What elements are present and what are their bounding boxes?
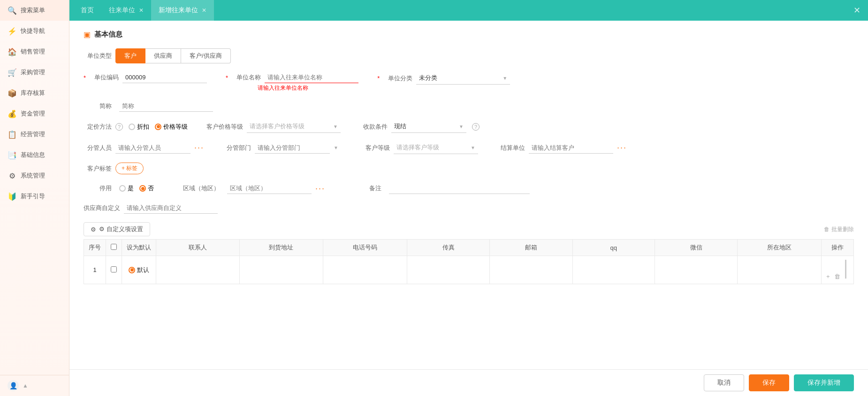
select-all-checkbox[interactable] (111, 244, 117, 250)
remark-input[interactable] (389, 183, 530, 194)
phone-input[interactable] (328, 266, 402, 273)
disabled-yes-radio (119, 185, 126, 192)
unit-name-input[interactable] (265, 72, 358, 83)
cell-region[interactable] (738, 256, 822, 284)
shortname-row: 简称 (84, 101, 854, 112)
unit-type-both[interactable]: 客户/供应商 (181, 48, 231, 63)
basic-icon: 📑 (8, 150, 17, 160)
cust-level-select[interactable]: 请选择客户等级 ▼ (394, 141, 478, 154)
region-table-input[interactable] (742, 266, 816, 273)
tab-partners-close[interactable]: ✕ (139, 7, 144, 14)
add-row-btn[interactable]: + (826, 273, 830, 280)
sidebar-item-label: 库存核算 (21, 89, 45, 97)
sidebar-item-inventory[interactable]: 📦 库存核算 (0, 83, 69, 103)
contacts-table: 序号 设为默认 联系人 到货地址 电话号码 传真 邮箱 qq 微信 所在地区 操… (84, 239, 854, 284)
disabled-yes-label: 是 (128, 184, 134, 193)
sidebar-item-label: 新手引导 (21, 192, 45, 201)
sidebar-item-basic[interactable]: 📑 基础信息 (0, 145, 69, 165)
save-button[interactable]: 保存 (749, 374, 789, 391)
region-input[interactable] (227, 183, 312, 194)
payment-help-icon[interactable]: ? (472, 123, 480, 131)
disabled-radio-group: 是 否 (119, 184, 154, 193)
sidebar-item-quicknav[interactable]: ⚡ 快捷导航 (0, 21, 69, 41)
cell-default: 默认 (122, 256, 156, 284)
sidebar-item-ops[interactable]: 📋 经营管理 (0, 124, 69, 145)
unit-category-select[interactable]: 未分类 ▼ (416, 72, 510, 85)
tab-new-partner-close[interactable]: ✕ (202, 7, 206, 14)
save-and-new-button[interactable]: 保存并新增 (794, 374, 854, 391)
sidebar-item-label: 资金管理 (21, 109, 45, 118)
ops-icon: 📋 (8, 130, 17, 139)
tab-partners[interactable]: 往来单位 ✕ (101, 0, 151, 21)
col-checkbox (106, 240, 122, 256)
address-input[interactable] (244, 266, 319, 273)
tab-home-label: 首页 (81, 6, 94, 15)
unit-category-value: 未分类 (419, 74, 501, 82)
disabled-no[interactable]: 否 (139, 184, 154, 193)
dept-arrow: ▼ (334, 145, 338, 150)
pricing-radio-group: 折扣 价格等级 (129, 123, 188, 131)
cell-phone[interactable] (323, 256, 407, 284)
cell-email[interactable] (490, 256, 572, 284)
sidebar-item-purchase[interactable]: 🛒 采购管理 (0, 62, 69, 83)
tags-label: 客户标签 (84, 164, 112, 173)
row-checkbox[interactable] (111, 266, 117, 272)
main-area: 首页 往来单位 ✕ 新增往来单位 ✕ ✕ ▣ 基本信息 单位类型 客户 供应商 … (69, 0, 868, 396)
tab-home[interactable]: 首页 (73, 0, 101, 21)
cell-fax[interactable] (407, 256, 489, 284)
cell-checkbox (106, 256, 122, 284)
custom-settings-button[interactable]: ⚙ ⚙ 自定义项设置 (84, 222, 150, 236)
cell-weixin[interactable] (655, 256, 738, 284)
unit-code-input[interactable] (122, 72, 207, 83)
weixin-input[interactable] (660, 266, 732, 273)
user-avatar: 👤 (8, 380, 19, 391)
unit-type-customer[interactable]: 客户 (115, 48, 145, 63)
settlement-label: 结算单位 (497, 144, 525, 152)
sidebar-item-newguide[interactable]: 🔰 新手引导 (0, 186, 69, 207)
manager-more[interactable]: ··· (194, 143, 204, 153)
batch-delete-button[interactable]: 🗑 批量删除 (824, 225, 854, 233)
unit-category-arrow: ▼ (503, 76, 507, 81)
drag-handle[interactable] (845, 260, 849, 279)
short-name-input[interactable] (119, 101, 213, 112)
contact-input[interactable] (161, 266, 235, 273)
cell-address[interactable] (239, 256, 323, 284)
sidebar-item-sales[interactable]: 🏠 销售管理 (0, 41, 69, 62)
pricing-price-level[interactable]: 价格等级 (155, 123, 188, 131)
close-all-button[interactable]: ✕ (850, 5, 864, 16)
supplier-custom-input[interactable] (124, 202, 218, 214)
delete-row-btn[interactable]: 🗑 (834, 273, 840, 280)
sidebar-item-finance[interactable]: 💰 资金管理 (0, 103, 69, 124)
sidebar-item-label: 采购管理 (21, 68, 45, 77)
cust-price-select[interactable]: 请选择客户价格等级 ▼ (247, 120, 341, 133)
pricing-row: 定价方法 ? 折扣 价格等级 客户价格等级 请选择客户价格等级 (84, 120, 854, 133)
sidebar-item-system[interactable]: ⚙ 系统管理 (0, 165, 69, 186)
cancel-button[interactable]: 取消 (704, 374, 744, 391)
settlement-more[interactable]: ··· (617, 143, 627, 153)
cell-contact[interactable] (156, 256, 240, 284)
payment-select[interactable]: 现结 ▼ (391, 120, 466, 133)
tags-row: 客户标签 + 标签 (84, 163, 854, 174)
tab-new-partner[interactable]: 新增往来单位 ✕ (151, 0, 214, 21)
fax-input[interactable] (412, 266, 485, 273)
supplier-custom-label: 供应商自定义 (84, 204, 120, 212)
manager-input[interactable] (115, 142, 190, 154)
cust-level-label: 客户等级 (362, 144, 390, 152)
unit-type-supplier[interactable]: 供应商 (145, 48, 181, 63)
cell-qq[interactable] (572, 256, 655, 284)
col-weixin: 微信 (655, 240, 738, 256)
qq-input[interactable] (578, 266, 650, 273)
section-header: ▣ 基本信息 (84, 30, 854, 39)
pricing-help-icon[interactable]: ? (115, 123, 123, 131)
email-input[interactable] (495, 266, 567, 273)
sidebar-item-search[interactable]: 🔍 搜索菜单 (0, 0, 69, 21)
add-tag-button[interactable]: + 标签 (115, 163, 144, 174)
col-default: 设为默认 (122, 240, 156, 256)
disabled-yes[interactable]: 是 (119, 184, 134, 193)
dept-input[interactable] (255, 142, 330, 154)
code-name-row: * 单位编码 * 单位名称 请输入往来单位名称 * 单位分类 未分类 ▼ (84, 72, 854, 92)
settlement-input[interactable] (529, 142, 613, 154)
region-more[interactable]: ··· (315, 184, 325, 194)
pricing-discount[interactable]: 折扣 (129, 123, 149, 131)
dept-select-arrow[interactable]: ▼ (334, 145, 343, 150)
